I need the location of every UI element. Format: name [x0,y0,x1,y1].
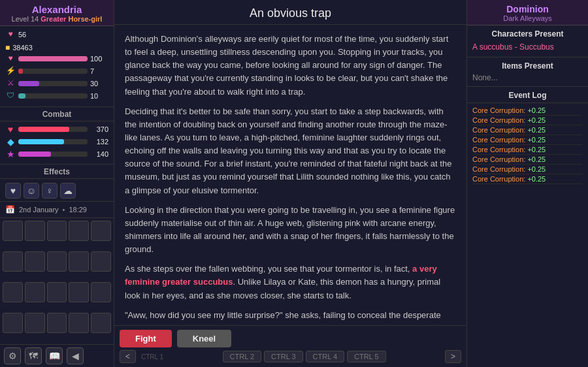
inv-slot-7[interactable] [25,251,45,272]
kneel-button[interactable]: Kneel [177,330,231,347]
heart-icon: ♥ [5,29,16,40]
inv-slot-14[interactable] [69,282,89,302]
inv-slot-4[interactable] [69,221,89,241]
coins-row: ■ 38463 [5,42,108,54]
nav-slot-4[interactable]: CTRL 4 [306,351,345,362]
stat-stamina: ⚡ 7 [5,66,108,76]
stat-hearts: ♥ 56 [5,29,108,40]
inv-slot-8[interactable] [47,251,67,272]
combat-mp-icon: ◆ [5,136,16,147]
combat-hp: ♥ 370 [5,124,108,135]
hp-icon: ♥ [5,54,16,64]
right-header: Dominion Dark Alleyways [467,0,588,25]
inv-slot-17[interactable] [25,313,45,333]
left-panel: Alexandria Level 14 Greater Horse-girl ♥… [0,0,114,367]
event-entry-3: Core Corruption: +0.25 [472,135,583,145]
hp-val: 100 [90,55,108,63]
combat-mp-bar [18,139,64,144]
inv-slot-20[interactable] [91,313,111,333]
lust-bar-wrap [18,93,88,99]
highlight-succubus: a very feminine greater succubus [125,264,437,287]
combat-mp-bar-wrap [18,139,88,144]
stamina-bar-wrap [18,69,88,74]
event-log-section: Event Log Core Corruption: +0.25Core Cor… [467,87,588,367]
inv-slot-16[interactable] [3,313,23,333]
inv-slot-11[interactable] [3,282,23,302]
inv-slot-2[interactable] [25,221,45,241]
nav-slot-2[interactable]: CTRL 2 [223,351,262,362]
character-entry-succubus[interactable]: A succubus - Succubus [472,41,583,53]
combat-lust-bar [18,152,51,157]
event-entry-7: Core Corruption: +0.25 [472,174,583,184]
inv-slot-3[interactable] [47,221,67,241]
stat-lust: 🛡 10 [5,91,108,101]
effect-face[interactable]: ☺ [24,183,39,199]
next-button[interactable]: > [445,350,461,363]
main-content: An obvious trap Although Dominion's alle… [114,0,467,367]
action-buttons: Fight Kneel [120,330,461,347]
location-name: Dominion [472,4,583,14]
inv-slot-12[interactable] [25,282,45,302]
event-entry-2: Core Corruption: +0.25 [472,125,583,135]
bottom-bar: ⚙ 🗺 📖 ◀ [0,344,114,367]
hp-bar-wrap [18,56,88,61]
coin-icon: ■ [5,43,10,52]
mana-val: 30 [90,80,108,88]
combat-title: Combat [0,107,114,121]
stamina-icon: ⚡ [5,66,16,76]
combat-section: ♥ 370 ◆ 132 ★ 140 [0,121,114,165]
prev-button[interactable]: < [120,350,136,363]
date-row: 📅 2nd January • 18:29 [0,202,114,218]
story-title: An obvious trap [114,0,466,25]
scroll-nav: < CTRL 1 CTRL 2 CTRL 3 CTRL 4 CTRL 5 > [120,350,461,363]
location-sublocation: Dark Alleyways [472,14,583,22]
nav-slots: CTRL 2 CTRL 3 CTRL 4 CTRL 5 [166,351,442,362]
story-body[interactable]: Although Dominion's alleyways are eerily… [114,25,466,325]
combat-hp-val: 370 [90,125,108,133]
lust-icon: 🛡 [5,91,16,101]
inv-slot-15[interactable] [91,282,111,302]
action-bar: Fight Kneel < CTRL 1 CTRL 2 CTRL 3 CTRL … [114,325,466,367]
fight-button[interactable]: Fight [120,330,172,347]
inv-slot-10[interactable] [91,251,111,272]
character-header: Alexandria Level 14 Greater Horse-girl [0,0,114,26]
effects-section: ♥ ☺ ♀ ☁ [0,179,114,202]
character-name: Alexandria [5,4,108,15]
effects-icons: ♥ ☺ ♀ ☁ [5,183,108,199]
effect-female[interactable]: ♀ [42,183,57,199]
misc-btn[interactable]: ◀ [67,347,84,364]
combat-hp-icon: ♥ [5,124,16,135]
inv-slot-18[interactable] [47,313,67,333]
effects-title: Effects [0,165,114,179]
journal-btn[interactable]: 📖 [46,347,63,364]
effect-cloud[interactable]: ☁ [60,183,76,199]
character-stats: ♥ 56 ■ 38463 ♥ 100 ⚡ 7 ⚔ 30 [0,26,114,107]
combat-lust: ★ 140 [5,149,108,159]
combat-hp-bar-wrap [18,127,88,132]
combat-lust-bar-wrap [18,152,88,157]
inv-slot-13[interactable] [47,282,67,302]
mana-icon: ⚔ [5,78,16,89]
combat-lust-val: 140 [90,150,108,158]
event-entry-0: Core Corruption: +0.25 [472,106,583,116]
nav-slot-5[interactable]: CTRL 5 [347,351,386,362]
calendar-icon: 📅 [5,205,15,214]
inv-slot-9[interactable] [69,251,89,272]
mana-bar-wrap [18,81,88,86]
inventory-grid [0,218,114,344]
story-paragraph-3: Looking in the direction that you were g… [125,204,456,257]
inv-slot-19[interactable] [69,313,89,333]
map-btn[interactable]: 🗺 [25,347,42,364]
event-entry-1: Core Corruption: +0.25 [472,116,583,125]
date-value: 2nd January [19,206,59,214]
combat-mp: ◆ 132 [5,136,108,147]
inv-slot-5[interactable] [91,221,111,241]
inv-slot-1[interactable] [3,221,23,241]
combat-hp-bar [18,127,69,132]
event-log-body[interactable]: Core Corruption: +0.25Core Corruption: +… [467,103,588,367]
inv-slot-6[interactable] [3,251,23,272]
effect-heart[interactable]: ♥ [5,183,21,199]
nav-slot-3[interactable]: CTRL 3 [264,351,303,362]
settings-btn[interactable]: ⚙ [4,347,21,364]
items-none: None... [472,73,583,82]
